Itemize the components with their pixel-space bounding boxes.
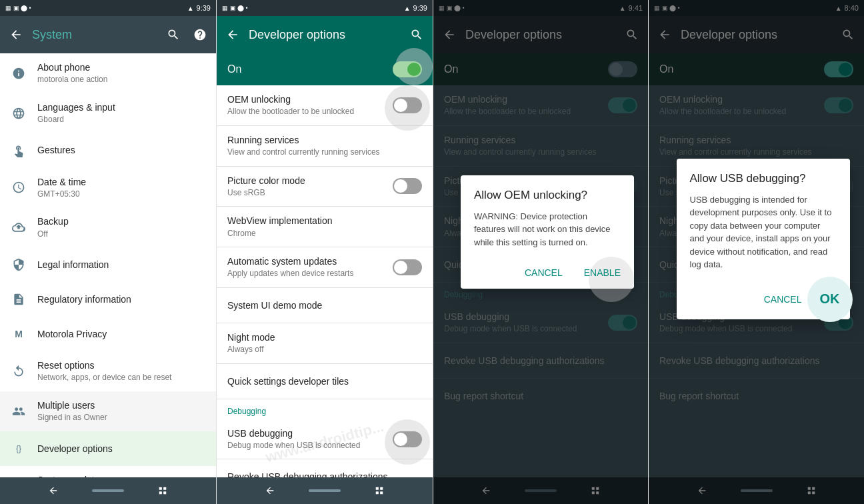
setting-item-content: Date & time GMT+05:30	[11, 176, 205, 200]
help-button[interactable]	[189, 24, 211, 45]
dev-options-title: Developer options	[249, 28, 401, 42]
search-button[interactable]	[406, 24, 427, 45]
setting-title: Gestures	[37, 144, 205, 156]
setting-running-services[interactable]: Running services View and control curren…	[217, 126, 433, 166]
setting-title: Night mode	[227, 331, 422, 343]
setting-webview[interactable]: WebView implementation Chrome	[217, 207, 433, 247]
setting-text: System UI demo mode	[227, 299, 422, 311]
setting-subtitle: Chrome	[227, 229, 422, 239]
svg-rect-0	[159, 487, 162, 490]
setting-legal[interactable]: Legal information	[0, 247, 216, 282]
system-settings-list: About phone motorola one action Language…	[0, 53, 216, 477]
svg-rect-7	[380, 491, 383, 494]
setting-subtitle: View and control currently running servi…	[227, 147, 422, 158]
reset-icon	[11, 363, 27, 379]
dev-settings-list: OEM unlocking Allow the bootloader to be…	[217, 85, 433, 477]
setting-title: Running services	[227, 134, 422, 146]
panel-developer-options: ▦ ▣ ⬤ • ▲ 9:39 Developer options On OEM	[217, 0, 433, 504]
status-icons-right: ▲ 9:39	[187, 4, 211, 12]
nav-recents[interactable]	[373, 484, 386, 497]
notif-icons: ▦ ▣ ⬤ •	[222, 5, 248, 11]
toggle-knob	[407, 63, 421, 76]
setting-text-backup: Backup Off	[37, 215, 205, 239]
oem-toggle[interactable]	[393, 97, 422, 113]
setting-auto-updates[interactable]: Automatic system updates Apply updates w…	[217, 247, 433, 287]
nav-home[interactable]	[309, 489, 341, 492]
app-bar-developer: Developer options	[217, 16, 433, 53]
setting-about-phone[interactable]: About phone motorola one action	[0, 53, 216, 93]
cancel-button[interactable]: Cancel	[756, 285, 810, 314]
on-toggle[interactable]	[393, 61, 422, 77]
setting-subtitle: motorola one action	[37, 75, 205, 85]
setting-text-users: Multiple users Signed in as Owner	[37, 399, 205, 423]
setting-title: Picture color mode	[227, 175, 393, 187]
nav-home[interactable]	[92, 489, 124, 492]
enable-button[interactable]: Enable	[576, 262, 629, 283]
picture-toggle[interactable]	[393, 178, 422, 194]
setting-quick-tiles[interactable]: Quick settings developer tiles	[217, 364, 433, 399]
setting-item-content: {} Developer options	[11, 441, 205, 457]
setting-regulatory[interactable]: Regulatory information	[0, 282, 216, 317]
setting-text-languages: Languages & input Gboard	[37, 101, 205, 125]
setting-night-mode[interactable]: Night mode Always off	[217, 323, 433, 363]
nav-bar-left	[0, 477, 216, 504]
setting-text-gestures: Gestures	[37, 144, 205, 156]
setting-multiple-users[interactable]: Multiple users Signed in as Owner	[0, 391, 216, 431]
setting-text-about: About phone motorola one action	[37, 61, 205, 85]
time-middle: 9:39	[413, 4, 427, 12]
svg-rect-1	[163, 487, 166, 490]
setting-item-content: Legal information	[11, 257, 205, 273]
usb-toggle[interactable]	[393, 431, 422, 447]
setting-usb-debugging[interactable]: USB debugging Debug mode when USB is con…	[217, 419, 433, 459]
setting-text: Night mode Always off	[227, 331, 422, 355]
ok-button[interactable]: OK	[815, 285, 845, 314]
setting-developer-options[interactable]: {} Developer options	[0, 431, 216, 466]
panel-system-settings: ▦ ▣ ⬤ • ▲ 9:39 System About phone	[0, 0, 217, 504]
nav-back[interactable]	[263, 484, 277, 497]
setting-item-content: Regulatory information	[11, 291, 205, 307]
setting-title: USB debugging	[227, 427, 393, 439]
users-icon	[11, 403, 27, 419]
motorola-icon: M	[11, 326, 27, 342]
legal-icon	[11, 257, 27, 273]
setting-item-content: Reset options Network, apps, or device c…	[11, 359, 205, 383]
setting-system-updates[interactable]: System updates Updated to Android 9	[0, 466, 216, 477]
search-button[interactable]	[163, 24, 184, 45]
backup-icon	[11, 219, 27, 235]
on-label: On	[227, 63, 241, 75]
setting-subtitle: Debug mode when USB is connected	[227, 441, 393, 451]
developer-icon: {}	[11, 441, 27, 457]
setting-title: Motorola Privacy	[37, 328, 205, 340]
setting-moto-privacy[interactable]: M Motorola Privacy	[0, 317, 216, 351]
cancel-button[interactable]: Cancel	[517, 262, 571, 283]
back-button[interactable]	[222, 24, 243, 45]
nav-recents[interactable]	[156, 484, 169, 497]
setting-picture-color[interactable]: Picture color mode Use sRGB	[217, 167, 433, 207]
auto-updates-toggle[interactable]	[393, 259, 422, 275]
setting-title: Reset options	[37, 359, 205, 371]
back-button[interactable]	[5, 24, 27, 45]
setting-reset[interactable]: Reset options Network, apps, or device c…	[0, 351, 216, 391]
setting-title: Developer options	[37, 443, 205, 455]
setting-text: Running services View and control curren…	[227, 134, 422, 158]
setting-datetime[interactable]: Date & time GMT+05:30	[0, 168, 216, 208]
usb-dialog: Allow USB debugging? USB debugging is in…	[677, 159, 850, 319]
setting-text-reset: Reset options Network, apps, or device c…	[37, 359, 205, 383]
debugging-section-header: Debugging	[217, 399, 433, 419]
setting-ui-demo[interactable]: System UI demo mode	[217, 288, 433, 323]
oem-dialog-actions: Cancel Enable	[461, 259, 634, 289]
setting-text-developer: Developer options	[37, 443, 205, 455]
setting-backup[interactable]: Backup Off	[0, 207, 216, 247]
toggle-knob	[394, 433, 407, 446]
setting-gestures[interactable]: Gestures	[0, 133, 216, 168]
setting-item-content: Backup Off	[11, 215, 205, 239]
setting-languages[interactable]: Languages & input Gboard	[0, 93, 216, 133]
setting-text-regulatory: Regulatory information	[37, 293, 205, 305]
on-toggle-header[interactable]: On	[217, 53, 433, 85]
setting-subtitle: Gboard	[37, 115, 205, 125]
notification-icon: ▦ ▣ ⬤ •	[5, 5, 31, 11]
setting-item-content: Languages & input Gboard	[11, 101, 205, 125]
nav-back[interactable]	[47, 484, 60, 497]
oem-dialog: Allow OEM unlocking? WARNING: Device pro…	[461, 175, 634, 289]
setting-oem-unlocking[interactable]: OEM unlocking Allow the bootloader to be…	[217, 85, 433, 125]
